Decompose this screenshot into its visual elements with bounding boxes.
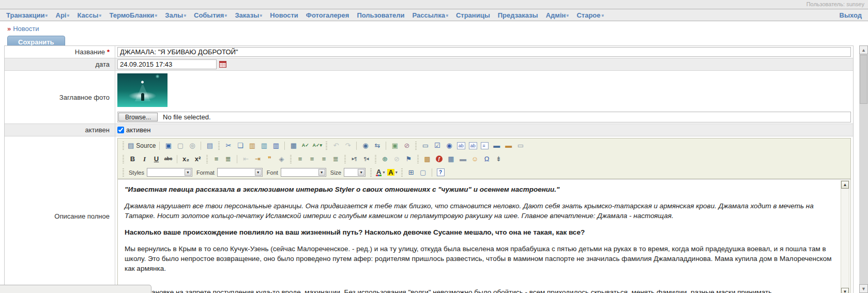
radio-button-icon[interactable]: ◉ (443, 141, 455, 150)
align-justify-icon[interactable]: ≣ (330, 154, 342, 164)
editor-scrollbar[interactable]: ▲ ▼ (841, 180, 849, 293)
horizontal-rule-icon[interactable]: ▬ (457, 154, 469, 164)
editor-scroll-up-icon[interactable]: ▲ (841, 181, 849, 189)
bg-color-icon[interactable]: A▾ (386, 167, 398, 177)
paste-text-icon[interactable]: ▥ (258, 141, 270, 150)
flash-icon[interactable]: ƒ (433, 154, 445, 164)
image-button-icon[interactable]: ▬ (502, 141, 514, 150)
nav-item-orders[interactable]: Заказы» (235, 11, 262, 19)
numbered-list-icon[interactable]: ≡ (210, 154, 222, 164)
image-icon[interactable]: ▩ (421, 154, 433, 164)
save-icon[interactable]: ▣ (162, 141, 174, 150)
date-input[interactable] (117, 59, 217, 69)
select-field-icon[interactable]: ≡ (479, 141, 491, 150)
align-right-icon[interactable]: ≡ (318, 154, 330, 164)
page-scroll-thumb[interactable] (860, 55, 867, 104)
browse-button[interactable]: Browse... (118, 113, 158, 121)
show-blocks-icon[interactable]: ▢ (417, 167, 429, 177)
align-center-icon-glyph: ≡ (310, 156, 314, 162)
font-select[interactable]: ▼ (281, 168, 326, 177)
page-scroll-up-icon[interactable]: ▲ (859, 45, 868, 54)
copy-icon[interactable]: ❏ (234, 141, 246, 150)
breadcrumb-link-news[interactable]: Новости (13, 25, 39, 33)
textarea-icon[interactable]: ab (467, 141, 479, 150)
subscript-icon[interactable]: x₂ (180, 154, 192, 164)
align-center-icon[interactable]: ≡ (306, 154, 318, 164)
spellcheck-icon[interactable]: A✓ (299, 141, 311, 150)
select-all-icon[interactable]: ▣ (389, 141, 401, 150)
source-button[interactable]: ▤Source (127, 141, 157, 150)
editor-content[interactable]: "Известная певица рассказала в эксклюзив… (118, 179, 850, 293)
textarea-icon-glyph: ab (469, 142, 477, 149)
special-char-icon[interactable]: Ω (481, 154, 493, 164)
chevron-down-icon: ▾ (395, 170, 398, 175)
nav-item-transactions[interactable]: Транзакции» (6, 11, 48, 19)
dir-rtl-icon-glyph: ¶◂ (364, 157, 369, 161)
indent-icon[interactable]: ⇥ (252, 154, 264, 164)
table-icon[interactable]: ▦ (445, 154, 457, 164)
page-scrollbar[interactable]: ▲ ▼ (859, 45, 868, 293)
superscript-icon[interactable]: x² (192, 154, 204, 164)
nav-item-pages[interactable]: Страницы (456, 11, 490, 19)
preview-icon[interactable]: ◎ (186, 141, 198, 150)
nav-item-photogallery[interactable]: Фотогалерея (306, 11, 349, 19)
editor-text[interactable]: "Известная певица рассказала в эксклюзив… (118, 179, 850, 293)
nav-item-users[interactable]: Пользователи (357, 11, 404, 19)
link-icon[interactable]: ⊕ (379, 154, 391, 164)
scayt-icon[interactable]: A✓▾ (311, 141, 323, 150)
format-select[interactable]: ▼ (217, 168, 263, 177)
paste-word-icon[interactable]: ▥ (270, 141, 282, 150)
calendar-icon[interactable] (219, 61, 226, 68)
dir-rtl-icon[interactable]: ¶◂ (360, 154, 372, 164)
nav-item-old[interactable]: Старое» (576, 11, 603, 19)
anchor-icon[interactable]: ⚑ (403, 154, 415, 164)
hidden-field-icon[interactable]: ▭ (514, 141, 526, 150)
blockquote-icon[interactable]: ❞ (264, 154, 276, 164)
templates-icon[interactable]: ▤ (204, 141, 216, 150)
print-icon[interactable]: ▦ (287, 141, 299, 150)
form-icon[interactable]: ▭ (419, 141, 431, 150)
toolbar-grip (218, 142, 220, 150)
maximize-icon[interactable]: ⊞ (405, 167, 417, 177)
underline-icon[interactable]: U (150, 154, 162, 164)
replace-icon[interactable]: ⇆ (371, 141, 383, 150)
nav-item-halls[interactable]: Залы» (165, 11, 186, 19)
nav-item-mailing[interactable]: Рассылка» (413, 11, 448, 19)
editor-scroll-down-icon[interactable]: ▼ (841, 288, 849, 293)
nav-item-preorders[interactable]: Предзаказы (498, 11, 538, 19)
div-container-icon[interactable]: ◈ (276, 154, 287, 164)
about-icon[interactable]: ? (435, 167, 447, 177)
text-color-icon[interactable]: A▾ (374, 167, 386, 177)
new-page-icon[interactable]: ▢ (174, 141, 186, 150)
nav-item-events[interactable]: События» (194, 11, 227, 19)
page-scroll-down-icon[interactable]: ▼ (859, 284, 868, 293)
find-icon[interactable]: ◉ (359, 141, 371, 150)
select-field-icon-glyph: ≡ (481, 142, 489, 149)
nav-item-logout[interactable]: Выход (840, 11, 862, 19)
page-break-icon[interactable]: ⇟ (493, 154, 505, 164)
dir-ltr-icon[interactable]: ▸¶ (348, 154, 360, 164)
text-field-icon[interactable]: ab (455, 141, 467, 150)
title-input[interactable] (117, 47, 851, 57)
nav-item-thermoforms[interactable]: ТермоБланки» (109, 11, 157, 19)
paste-icon[interactable]: ▥ (246, 141, 258, 150)
cut-icon[interactable]: ✂ (222, 141, 234, 150)
active-checkbox[interactable] (117, 127, 124, 133)
strike-icon[interactable]: abc (162, 154, 174, 164)
nav-item-cashdesks[interactable]: Кассы» (77, 11, 101, 19)
bold-icon[interactable]: B (127, 154, 139, 164)
nav-item-api[interactable]: Api» (56, 11, 70, 19)
toolbar-grip (401, 168, 403, 177)
smiley-icon[interactable]: ☺ (469, 154, 481, 164)
button-field-icon[interactable]: ▬ (491, 141, 502, 150)
bulleted-list-icon[interactable]: ≣ (222, 154, 234, 164)
remove-format-icon[interactable]: ⊘ (401, 141, 413, 150)
nav-item-admin[interactable]: Адмін» (546, 11, 569, 19)
size-select[interactable]: ▼ (344, 168, 366, 177)
italic-icon[interactable]: I (139, 154, 150, 164)
align-left-icon[interactable]: ≡ (294, 154, 306, 164)
styles-select[interactable]: ▼ (147, 168, 192, 177)
align-left-icon-glyph: ≡ (298, 156, 302, 162)
nav-item-news[interactable]: Новости (270, 11, 298, 19)
checkbox-field-icon[interactable]: ☑ (431, 141, 443, 150)
